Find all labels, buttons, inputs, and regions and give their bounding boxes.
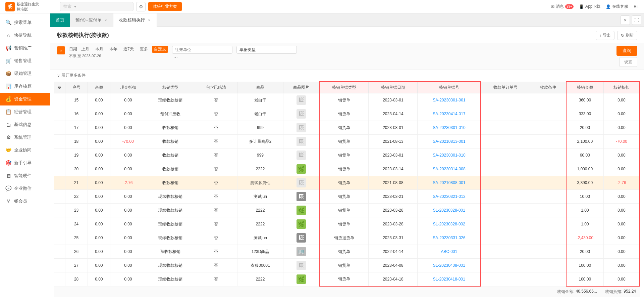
date-7days-btn[interactable]: 近7天 <box>121 46 136 53</box>
online-service-action[interactable]: 👤 在线客服 <box>606 4 628 9</box>
sidebar-item-system[interactable]: ⚙ 系统管理 <box>0 131 50 144</box>
single-type-select[interactable]: 单据类型 <box>236 46 297 54</box>
date-custom-btn[interactable]: 自定义 <box>152 46 168 53</box>
sidebar-item-inventory[interactable]: 📊 库存核算 <box>0 80 50 93</box>
cell-receipt-order-no <box>481 107 530 121</box>
table-row: 24 0.00 0.00 现续收款核销 否 2222 🌿 销货单 2023-03… <box>54 217 640 231</box>
filter-toggle-btn[interactable]: » <box>57 46 65 54</box>
cell-write-off-discount: 0.00 <box>604 93 640 107</box>
col-settings[interactable]: ⚙ <box>54 82 65 93</box>
table-area[interactable]: ⚙ 序号 余额 现金折扣 核销类型 包含已结清 商品 商品图片 核销单据类型 核… <box>50 81 644 300</box>
cell-receipt-condition <box>530 190 566 204</box>
tab-prepay[interactable]: 预付冲应付单 × <box>70 13 113 27</box>
tab-prepay-close[interactable]: × <box>104 18 108 23</box>
write-off-doc-link[interactable]: SA-20210808-001 <box>433 180 465 185</box>
counterparty-input[interactable] <box>172 46 232 54</box>
date-last-month-btn[interactable]: 上月 <box>79 46 91 53</box>
sidebar-item-wechat[interactable]: 💬 企业微信 <box>0 182 50 195</box>
sidebar-item-collaboration[interactable]: 🤝 企业协同 <box>0 144 50 157</box>
cell-include-settled: 否 <box>195 272 237 286</box>
write-off-doc-link[interactable]: SA-20230301-010 <box>433 153 465 158</box>
cell-write-off-type: 收款核销 <box>146 162 195 176</box>
cell-receipt-condition <box>530 162 566 176</box>
setting-button[interactable]: 设置 <box>619 57 637 67</box>
write-off-doc-link[interactable]: SA-20230301-001 <box>433 98 465 102</box>
cell-receipt-order-no <box>481 272 530 286</box>
sidebar-item-member[interactable]: V 畅会员 <box>0 195 50 208</box>
write-off-doc-link[interactable]: SA-20230314-008 <box>433 167 465 171</box>
search-box[interactable]: 搜索 ▼ <box>60 2 133 11</box>
sidebar-item-guide[interactable]: 🎯 新手引导 <box>0 157 50 169</box>
sidebar-item-purchase[interactable]: 📦 采购管理 <box>0 67 50 80</box>
cell-index: 21 <box>65 176 88 190</box>
filter-date-row: 日期 上月 本月 本年 近7天 更多 自定义 <box>69 46 168 53</box>
app-download-action[interactable]: 📱 App下载 <box>579 4 600 9</box>
date-this-month-btn[interactable]: 本月 <box>93 46 105 53</box>
footer-write-off-discount-value: 952.24 <box>624 289 636 295</box>
cell-index: 17 <box>65 121 88 135</box>
refresh-button[interactable]: ↻ 刷新 <box>617 31 637 40</box>
sidebar-label-collaboration: 企业协同 <box>14 147 32 153</box>
cell-write-off-doc-date: 2023-03-21 <box>369 190 418 204</box>
main-layout: 🔍 搜索菜单 ⌂ 快捷导航 📢 营销推广 🛒 销售管理 📦 采购管理 📊 库存核… <box>0 13 644 300</box>
write-off-doc-link[interactable]: SA-20230414-017 <box>433 112 465 116</box>
wechat-icon: 💬 <box>5 185 11 191</box>
cell-write-off-doc-date: 2023-03-14 <box>369 162 418 176</box>
user-action[interactable]: Rit <box>634 4 639 9</box>
tab-home[interactable]: 首页 <box>50 13 70 27</box>
cell-write-off-doc-type: 销货单 <box>319 259 369 272</box>
cell-receipt-condition <box>530 176 566 190</box>
cell-product: 999 <box>237 121 283 135</box>
tab-write-off-close[interactable]: × <box>147 18 151 23</box>
cell-product: 999 <box>237 148 283 162</box>
write-off-doc-link[interactable]: SL-20230408-001 <box>433 263 465 268</box>
sidebar-item-finance[interactable]: 💰 资金管理 <box>0 93 50 105</box>
filter-dots-icon[interactable]: ··· <box>172 54 232 60</box>
query-button[interactable]: 查询 <box>616 46 637 56</box>
sidebar-item-basic-info[interactable]: 🗂 基础信息 <box>0 118 50 131</box>
tab-fullscreen-btn[interactable]: ⛶ <box>632 15 641 25</box>
write-off-doc-link[interactable]: SA-20230301-010 <box>433 125 465 130</box>
write-off-doc-link[interactable]: SA-20230331-026 <box>433 235 465 240</box>
table-settings-icon[interactable]: ⚙ <box>58 85 61 90</box>
write-off-doc-link[interactable]: SL-20230328-001 <box>433 208 465 213</box>
cell-index: 26 <box>65 245 88 259</box>
sidebar-item-sales[interactable]: 🛒 销售管理 <box>0 54 50 67</box>
sidebar-item-marketing[interactable]: 📢 营销推广 <box>0 42 50 54</box>
tab-close-btn[interactable]: × <box>621 15 630 25</box>
tab-write-off[interactable]: 收款核销执行 × <box>113 13 157 27</box>
cell-product-image: 🖼 <box>283 231 319 245</box>
cell-write-off-doc-type: 销货单 <box>319 245 369 259</box>
sidebar-item-hardware[interactable]: 🖥 智能硬件 <box>0 169 50 182</box>
cell-write-off-type: 现续收款核销 <box>146 231 195 245</box>
write-off-doc-link[interactable]: SL-20230418-001 <box>433 277 465 282</box>
trial-button[interactable]: 体验行业方案 <box>148 2 182 11</box>
write-off-doc-link[interactable]: SA-20230321-012 <box>433 194 465 199</box>
sidebar-item-operations[interactable]: 📋 经营管理 <box>0 105 50 118</box>
cell-cash-discount: 0.00 <box>110 121 146 135</box>
cell-write-off-doc-no: SA-20230301-001 <box>418 93 481 107</box>
col-write-off-amount: 核销金额 <box>566 82 604 93</box>
sidebar-item-search[interactable]: 🔍 搜索菜单 <box>0 16 50 29</box>
footer-write-off-amount-label: 核销金额: <box>557 289 574 295</box>
notification-action[interactable]: ✉ 消息 99+ <box>551 4 574 9</box>
product-image: 🖼 <box>297 151 306 160</box>
write-off-doc-link[interactable]: SL-20230328-002 <box>433 222 465 226</box>
write-off-doc-link[interactable]: SA-20210813-001 <box>433 139 465 144</box>
table-row: 21 0.00 -2.76 收款核销 否 测试多属性 🖼 销货单 2021-08… <box>54 176 640 190</box>
sidebar-item-shortcuts[interactable]: ⌂ 快捷导航 <box>0 29 50 42</box>
cell-settings <box>54 190 65 204</box>
cell-settings <box>54 135 65 148</box>
cell-product: 多计量商品2 <box>237 135 283 148</box>
expand-more-btn[interactable]: ∨ 展开更多条件 <box>57 71 86 80</box>
date-more-btn[interactable]: 更多 <box>138 46 150 53</box>
cell-receipt-condition <box>530 148 566 162</box>
settings-icon[interactable]: ⚙ <box>136 2 146 11</box>
export-button[interactable]: ↑ 导出 <box>596 31 614 40</box>
main-content: 首页 预付冲应付单 × 收款核销执行 × × ⛶ 收款核销执行(按收款) <box>50 13 644 300</box>
cell-index: 25 <box>65 231 88 245</box>
write-off-doc-link[interactable]: ABC-001 <box>441 249 458 254</box>
date-this-year-btn[interactable]: 本年 <box>107 46 119 53</box>
cell-write-off-discount: 0.00 <box>604 162 640 176</box>
col-balance: 余额 <box>88 82 110 93</box>
